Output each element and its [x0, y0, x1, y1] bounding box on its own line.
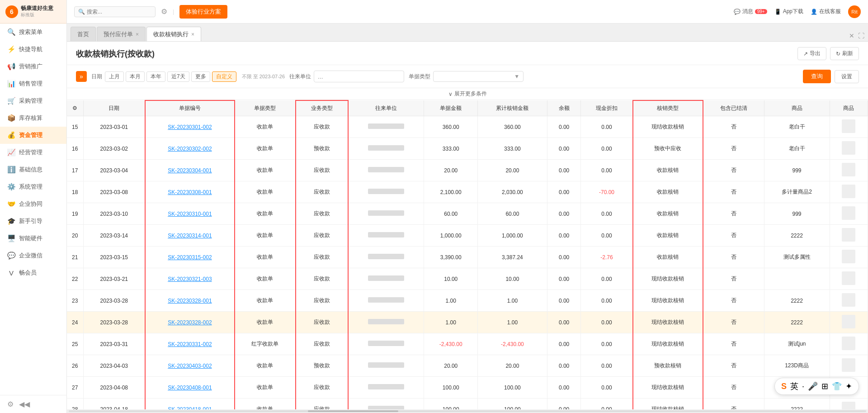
- user-avatar[interactable]: Rit: [848, 5, 861, 18]
- sidebar-item-快捷导航[interactable]: ⚡快捷导航: [0, 41, 66, 58]
- col-cashdisc: 0.00: [581, 268, 633, 290]
- expand-more-button[interactable]: ∨ 展开更多条件: [448, 90, 487, 98]
- col-goods1: 多计量商品2: [764, 181, 830, 203]
- sidebar-item-label: 采购管理: [19, 97, 42, 105]
- col-settings[interactable]: ⚙: [67, 100, 83, 116]
- tabbar: 首页 预付应付单 × 收款核销执行 × ✕ ⛶: [67, 24, 868, 42]
- filter-expand-button[interactable]: »: [76, 71, 87, 82]
- page-content: 收款核销执行(按收款) ↗ 导出 ↻ 刷新 » 日期: [67, 42, 868, 413]
- table-wrapper[interactable]: ⚙ 日期 单据编号 单据类型 业务类型 往来单位 单据金额 累计核销金额 余额 …: [67, 100, 868, 409]
- search-input[interactable]: [87, 9, 146, 15]
- filter-setting-button[interactable]: 设置: [835, 70, 859, 83]
- sidebar-item-label: 快捷导航: [19, 45, 42, 53]
- sidebar-item-经营管理[interactable]: 📈经营管理: [0, 144, 66, 161]
- column-settings-icon[interactable]: ⚙: [72, 105, 77, 111]
- filter-this-month[interactable]: 本月: [126, 71, 145, 82]
- filter-more[interactable]: 更多: [191, 71, 210, 82]
- bill-no-link[interactable]: SK-20230308-001: [168, 189, 212, 195]
- col-biztype-header: 业务类型: [296, 100, 348, 116]
- sidebar-item-库存核算[interactable]: 📦库存核算: [0, 109, 66, 127]
- float-star-icon[interactable]: ✦: [845, 381, 852, 391]
- float-tshirt-icon[interactable]: 👕: [832, 381, 842, 391]
- table-scrollbar[interactable]: [67, 409, 868, 413]
- sidebar-item-营销推广[interactable]: 📢营销推广: [0, 58, 66, 75]
- col-biztype: 应收款: [296, 399, 348, 410]
- sidebar-item-企业协同[interactable]: 🤝企业协同: [0, 195, 66, 213]
- sidebar-item-搜索菜单[interactable]: 🔍搜索菜单: [0, 24, 66, 41]
- sidebar-item-系统管理[interactable]: ⚙️系统管理: [0, 178, 66, 195]
- tab-verify-close[interactable]: ×: [191, 31, 194, 38]
- tab-verify[interactable]: 收款核销执行 ×: [146, 27, 201, 41]
- col-included: 否: [703, 225, 764, 247]
- col-biztype: 应收款: [296, 333, 348, 355]
- tab-close-all-button[interactable]: ✕: [849, 32, 854, 39]
- bill-no-link[interactable]: SK-20230301-002: [168, 124, 212, 130]
- bill-no-link[interactable]: SK-20230328-002: [168, 319, 212, 326]
- sidebar-bottom: ⚙ ◀◀: [0, 395, 66, 413]
- tab-prepay[interactable]: 预付应付单 ×: [97, 27, 146, 41]
- search-box[interactable]: 🔍: [74, 6, 156, 17]
- sidebar-item-label: 基础信息: [19, 166, 42, 174]
- sidebar-item-企业微信[interactable]: 💬企业微信: [0, 247, 66, 264]
- bill-no-link[interactable]: SK-20230321-003: [168, 276, 212, 282]
- refresh-button[interactable]: ↻ 刷新: [830, 47, 859, 60]
- col-amount: 10.00: [424, 268, 478, 290]
- sidebar-item-资金管理[interactable]: 💰资金管理: [0, 127, 66, 144]
- collapse-icon[interactable]: ◀◀: [19, 400, 30, 408]
- industry-solution-button[interactable]: 体验行业方案: [179, 5, 227, 19]
- col-goods1-header: 商品: [764, 100, 830, 116]
- bill-no-link[interactable]: SK-20230331-002: [168, 341, 212, 347]
- col-date: 2023-03-28: [83, 312, 145, 333]
- tab-home[interactable]: 首页: [71, 27, 96, 41]
- topbar-gear-icon[interactable]: ⚙: [161, 7, 167, 16]
- col-biztype: 预收款: [296, 355, 348, 377]
- filter-this-year[interactable]: 本年: [146, 71, 165, 82]
- bill-no-link[interactable]: SK-20230304-001: [168, 167, 212, 174]
- bill-no-link[interactable]: SK-20230418-001: [168, 406, 212, 410]
- float-grid-icon[interactable]: ⊞: [821, 381, 828, 391]
- app-download-item[interactable]: 📱 App下载: [774, 8, 803, 15]
- bill-no-link[interactable]: SK-20230310-001: [168, 211, 212, 217]
- bill-no-link[interactable]: SK-20230314-001: [168, 233, 212, 239]
- bill-no-link[interactable]: SK-20230408-001: [168, 385, 212, 391]
- sidebar-item-新手引导[interactable]: 🎓新手引导: [0, 213, 66, 230]
- filter-partner-select[interactable]: ...: [314, 71, 404, 82]
- bill-no-link[interactable]: SK-20230403-002: [168, 363, 212, 369]
- filter-receipt-type-select[interactable]: ▼: [433, 71, 524, 82]
- sidebar-item-智能硬件[interactable]: 🖥️智能硬件: [0, 230, 66, 247]
- messages-item[interactable]: 💬 消息 99+: [734, 8, 767, 15]
- sidebar-item-label: 企业微信: [19, 252, 42, 260]
- filter-last-month[interactable]: 上月: [105, 71, 124, 82]
- col-partner: [348, 333, 424, 355]
- col-goods2: [830, 312, 868, 333]
- table-row: 17 2023-03-04 SK-20230304-001 收款单 应收款 20…: [67, 160, 868, 181]
- filter-date-options: 上月 本月 本年 近7天 更多 自定义: [105, 71, 236, 82]
- filter-last7[interactable]: 近7天: [167, 71, 189, 82]
- float-mic-icon[interactable]: 🎤: [808, 381, 818, 391]
- col-balance: 0.00: [547, 225, 580, 247]
- bill-no-link[interactable]: SK-20230328-001: [168, 298, 212, 304]
- sidebar-item-基础信息[interactable]: ℹ️基础信息: [0, 161, 66, 178]
- col-cashdisc: 0.00: [581, 203, 633, 225]
- scrollbar-thumb[interactable]: [308, 410, 398, 412]
- sidebar-item-采购管理[interactable]: 🛒采购管理: [0, 92, 66, 109]
- tab-prepay-close[interactable]: ×: [136, 31, 139, 38]
- tab-fullscreen-button[interactable]: ⛶: [858, 32, 864, 39]
- export-button[interactable]: ↗ 导出: [797, 47, 826, 60]
- bill-no-link[interactable]: SK-20230315-002: [168, 254, 212, 261]
- query-button[interactable]: 查询: [803, 70, 831, 83]
- filter-custom[interactable]: 自定义: [212, 71, 236, 82]
- online-service-item[interactable]: 👤 在线客服: [811, 8, 841, 15]
- col-goods2: [830, 355, 868, 377]
- col-goods1: 999: [764, 160, 830, 181]
- settings-icon[interactable]: ⚙: [7, 400, 14, 408]
- col-cumamount: 60.00: [478, 203, 547, 225]
- sidebar-icon: 🎓: [7, 217, 15, 225]
- col-goods2: [830, 399, 868, 410]
- sidebar-item-畅会员[interactable]: V畅会员: [0, 264, 66, 281]
- sidebar-item-销售管理[interactable]: 📊销售管理: [0, 75, 66, 92]
- online-service-label: 在线客服: [819, 8, 841, 15]
- sidebar-icon: 🤝: [7, 200, 15, 208]
- col-balance: 0.00: [547, 333, 580, 355]
- bill-no-link[interactable]: SK-20230302-002: [168, 146, 212, 152]
